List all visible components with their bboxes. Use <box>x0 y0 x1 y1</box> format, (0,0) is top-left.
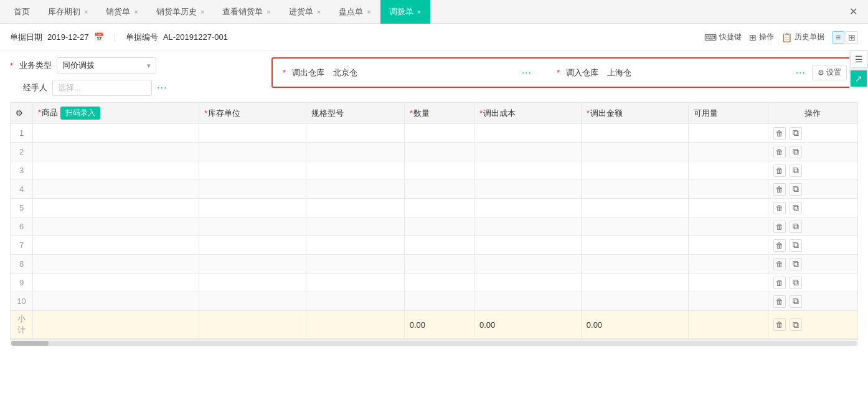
copy-row-button[interactable]: ⧉ <box>790 277 802 289</box>
delete-row-button[interactable]: 🗑 <box>773 239 786 252</box>
business-type-select[interactable]: 同价调拨 ▾ <box>57 57 156 74</box>
cell-transfer-amount <box>581 124 688 143</box>
cell-action: 🗑⧉ <box>768 217 857 236</box>
tab-home[interactable]: 首页 <box>5 0 39 24</box>
cell-product[interactable] <box>33 311 199 339</box>
copy-row-button[interactable]: ⧉ <box>790 318 802 331</box>
tab-purchase-order[interactable]: 进货单 × <box>280 0 330 24</box>
cell-spec <box>306 143 404 161</box>
scroll-thumb[interactable] <box>11 341 49 346</box>
tab-close-transfer[interactable]: × <box>417 8 421 16</box>
window-close-button[interactable]: ✕ <box>843 2 863 22</box>
settings-button[interactable]: ⚙ 设置 <box>812 65 847 80</box>
sidebar-list-button[interactable]: ☰ <box>850 50 867 68</box>
copy-row-button[interactable]: ⧉ <box>790 164 802 177</box>
cell-product[interactable] <box>33 292 199 311</box>
tab-close-view-sales[interactable]: × <box>267 8 270 16</box>
shortcut-button[interactable]: ⌨ 快捷键 <box>704 32 742 42</box>
tab-sales-order[interactable]: 销货单 × <box>97 0 147 24</box>
cell-qty[interactable] <box>404 255 474 274</box>
copy-row-button[interactable]: ⧉ <box>790 258 802 270</box>
tab-view-sales[interactable]: 查看销货单 × <box>214 0 280 24</box>
cell-product[interactable] <box>33 199 199 217</box>
copy-row-button[interactable]: ⧉ <box>790 183 802 196</box>
sidebar-export-button[interactable]: ↗ <box>850 70 867 87</box>
handler-more-btn[interactable]: ··· <box>157 82 167 93</box>
row-number: 5 <box>11 199 33 217</box>
cell-product[interactable] <box>33 236 199 255</box>
cell-action: 🗑⧉ <box>768 236 857 255</box>
cell-product[interactable] <box>33 255 199 274</box>
copy-row-button[interactable]: ⧉ <box>790 239 802 252</box>
tab-transfer[interactable]: 调拨单 × <box>380 0 430 24</box>
copy-row-button[interactable]: ⧉ <box>790 127 802 140</box>
delete-row-button[interactable]: 🗑 <box>773 295 786 308</box>
transfer-in-more-btn[interactable]: ··· <box>796 67 806 79</box>
col-gear[interactable]: ⚙ <box>11 103 33 124</box>
tab-close-inventory-init[interactable]: × <box>84 8 88 16</box>
tab-close-sales-order[interactable]: × <box>134 8 138 16</box>
cell-spec <box>306 161 404 180</box>
tab-stock-take[interactable]: 盘点单 × <box>330 0 380 24</box>
delete-row-button[interactable]: 🗑 <box>773 318 786 331</box>
delete-row-button[interactable]: 🗑 <box>773 146 786 158</box>
cell-unit <box>199 217 306 236</box>
cell-qty[interactable] <box>404 217 474 236</box>
cell-product[interactable] <box>33 161 199 180</box>
delete-row-button[interactable]: 🗑 <box>773 258 786 270</box>
cell-product[interactable] <box>33 143 199 161</box>
tab-close-sales-history[interactable]: × <box>200 8 204 16</box>
copy-row-button[interactable]: ⧉ <box>790 202 802 214</box>
view-list-icon[interactable]: ≡ <box>832 31 844 44</box>
cell-qty[interactable] <box>404 199 474 217</box>
cell-transfer-amount: 0.00 <box>581 311 688 339</box>
col-qty: *数量 <box>404 103 474 124</box>
view-grid-icon[interactable]: ⊞ <box>846 31 858 44</box>
handler-select[interactable]: 选择... <box>52 80 152 96</box>
business-type-required: * <box>10 61 13 70</box>
cell-qty[interactable] <box>404 274 474 292</box>
delete-row-button[interactable]: 🗑 <box>773 183 786 196</box>
col-action: 操作 <box>768 103 857 124</box>
delete-row-button[interactable]: 🗑 <box>773 221 786 233</box>
cell-qty[interactable] <box>404 236 474 255</box>
cell-qty[interactable] <box>404 124 474 143</box>
cell-qty[interactable] <box>404 180 474 199</box>
cell-transfer-amount <box>581 292 688 311</box>
history-button[interactable]: 📋 历史单据 <box>781 32 824 42</box>
transfer-in-value: 上海仓 <box>607 67 631 79</box>
scan-entry-button[interactable]: 扫码录入 <box>60 107 100 120</box>
cell-unit <box>199 180 306 199</box>
cell-action: 🗑⧉ <box>768 124 857 143</box>
tab-sales-history[interactable]: 销货单历史 × <box>148 0 214 24</box>
delete-row-button[interactable]: 🗑 <box>773 164 786 177</box>
calendar-icon[interactable]: 📅 <box>94 32 104 42</box>
form-left: * 业务类型 同价调拨 ▾ 经手人 选择... ··· <box>10 57 259 96</box>
cell-qty[interactable] <box>404 292 474 311</box>
transfer-out-more-btn[interactable]: ··· <box>522 67 532 79</box>
cell-qty[interactable] <box>404 161 474 180</box>
cell-unit <box>199 161 306 180</box>
cell-product[interactable] <box>33 274 199 292</box>
cell-product[interactable] <box>33 180 199 199</box>
bottom-scroll[interactable] <box>10 339 858 346</box>
action-icons: 🗑⧉ <box>773 202 852 214</box>
cell-product[interactable] <box>33 217 199 236</box>
cell-action: 🗑⧉ <box>768 180 857 199</box>
cell-qty[interactable]: 0.00 <box>404 311 474 339</box>
tab-close-purchase-order[interactable]: × <box>317 8 321 16</box>
delete-row-button[interactable]: 🗑 <box>773 277 786 289</box>
tab-close-stock-take[interactable]: × <box>367 8 370 16</box>
cell-qty[interactable] <box>404 143 474 161</box>
copy-row-button[interactable]: ⧉ <box>790 295 802 308</box>
operation-button[interactable]: ⊞ 操作 <box>749 32 774 42</box>
delete-row-button[interactable]: 🗑 <box>773 127 786 140</box>
copy-row-button[interactable]: ⧉ <box>790 146 802 158</box>
delete-row-button[interactable]: 🗑 <box>773 202 786 214</box>
cell-spec <box>306 255 404 274</box>
row-number: 6 <box>11 217 33 236</box>
view-toggle: ≡ ⊞ <box>832 31 858 44</box>
copy-row-button[interactable]: ⧉ <box>790 221 802 233</box>
cell-product[interactable] <box>33 124 199 143</box>
tab-inventory-init[interactable]: 库存期初 × <box>39 0 97 24</box>
